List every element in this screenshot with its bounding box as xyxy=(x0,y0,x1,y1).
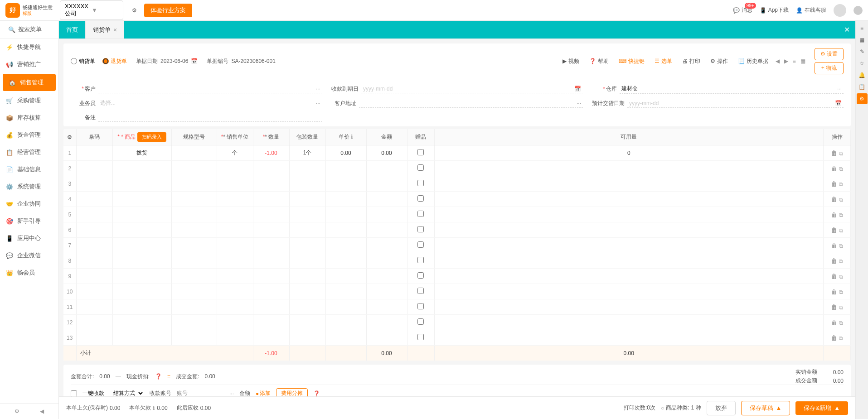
row-product[interactable] xyxy=(112,192,171,207)
sidebar-item-apps[interactable]: 📱 应用中心 xyxy=(0,230,58,247)
row-gift[interactable] xyxy=(407,284,434,299)
delete-row-btn[interactable]: 🗑 xyxy=(831,180,837,188)
delete-row-btn[interactable]: 🗑 xyxy=(831,257,837,265)
salesperson-input[interactable]: 选择... ··· xyxy=(98,98,322,108)
copy-row-btn[interactable]: ⧉ xyxy=(839,197,843,203)
print-btn[interactable]: 🖨 打印 xyxy=(679,57,703,66)
tab-close-all[interactable]: ✕ xyxy=(844,25,855,34)
row-gift[interactable] xyxy=(407,161,434,176)
row-unit[interactable]: 个 xyxy=(217,145,253,161)
sidebar-settings-btn[interactable]: ⚙ xyxy=(15,408,19,414)
sidebar-item-finance[interactable]: 💰 资金管理 xyxy=(0,126,58,144)
arrears-info-icon[interactable]: ℹ xyxy=(153,405,155,411)
row-qty[interactable] xyxy=(253,330,289,346)
delete-row-btn[interactable]: 🗑 xyxy=(831,226,837,234)
row-unit[interactable] xyxy=(217,238,253,253)
row-product[interactable] xyxy=(112,315,171,330)
expense-help-icon[interactable]: ❓ xyxy=(313,390,320,397)
row-price[interactable] xyxy=(325,222,366,238)
delete-row-btn[interactable]: 🗑 xyxy=(831,303,837,311)
select-btn[interactable]: ☰ 选单 xyxy=(652,57,675,66)
row-spec[interactable] xyxy=(171,176,217,192)
row-product[interactable] xyxy=(112,238,171,253)
row-product[interactable] xyxy=(112,222,171,238)
one-click-payment-checkbox[interactable] xyxy=(71,390,77,397)
row-unit[interactable] xyxy=(217,269,253,284)
nav-prev-icon[interactable]: ◀ xyxy=(776,58,780,64)
row-unit[interactable] xyxy=(217,315,253,330)
row-spec[interactable] xyxy=(171,145,217,161)
copy-row-btn[interactable]: ⧉ xyxy=(839,320,843,326)
right-panel-btn-6[interactable]: 📋 xyxy=(857,82,868,92)
row-pack-qty[interactable] xyxy=(289,315,325,330)
row-spec[interactable] xyxy=(171,207,217,222)
avatar[interactable] xyxy=(834,4,846,17)
due-date-input[interactable]: yyyy-mm-dd 📅 xyxy=(361,84,583,93)
row-barcode[interactable] xyxy=(76,192,112,207)
sidebar-collapse-btn[interactable]: ◀ xyxy=(40,408,44,414)
row-amount[interactable]: 0.00 xyxy=(366,145,407,161)
row-amount[interactable] xyxy=(366,161,407,176)
row-price[interactable] xyxy=(325,253,366,269)
delete-row-btn[interactable]: 🗑 xyxy=(831,319,837,326)
row-product[interactable] xyxy=(112,207,171,222)
row-unit[interactable] xyxy=(217,253,253,269)
row-barcode[interactable] xyxy=(76,299,112,315)
radio-sale[interactable]: 销货单 xyxy=(71,58,95,65)
row-amount[interactable] xyxy=(366,176,407,192)
delete-row-btn[interactable]: 🗑 xyxy=(831,334,837,342)
customer-address-input[interactable]: ··· xyxy=(359,99,583,108)
row-barcode[interactable] xyxy=(76,284,112,299)
row-product[interactable] xyxy=(112,161,171,176)
row-product[interactable]: 拨货 xyxy=(112,145,171,161)
copy-row-btn[interactable]: ⧉ xyxy=(839,166,843,172)
product-type-radio-icon[interactable]: ○ xyxy=(661,405,664,411)
app-download-action[interactable]: 📱 App下载 xyxy=(760,6,789,14)
row-product[interactable] xyxy=(112,284,171,299)
row-gift[interactable] xyxy=(407,145,434,161)
row-gift[interactable] xyxy=(407,330,434,346)
row-price[interactable] xyxy=(325,238,366,253)
row-barcode[interactable] xyxy=(76,238,112,253)
help-btn[interactable]: ❓ 帮助 xyxy=(587,57,611,66)
copy-row-btn[interactable]: ⧉ xyxy=(839,335,843,342)
row-amount[interactable] xyxy=(366,207,407,222)
company-selector[interactable]: XXXXXX公司 ▼ xyxy=(60,0,123,20)
row-gift[interactable] xyxy=(407,238,434,253)
online-service-action[interactable]: 👤 在线客服 xyxy=(796,6,826,14)
price-info-icon[interactable]: ℹ xyxy=(351,134,353,140)
row-gift[interactable] xyxy=(407,315,434,330)
row-unit[interactable] xyxy=(217,299,253,315)
sidebar-item-system[interactable]: ⚙️ 系统管理 xyxy=(0,178,58,195)
row-price[interactable] xyxy=(325,269,366,284)
sidebar-item-operations[interactable]: 📋 经营管理 xyxy=(0,144,58,161)
row-spec[interactable] xyxy=(171,253,217,269)
row-spec[interactable] xyxy=(171,269,217,284)
sidebar-item-sales[interactable]: 🏠 销售管理 xyxy=(3,74,56,91)
right-panel-btn-7[interactable]: ⚙ xyxy=(857,93,868,104)
settings-icon[interactable]: ⚙ xyxy=(128,4,141,17)
right-panel-btn-2[interactable]: ▦ xyxy=(857,34,868,45)
row-price[interactable] xyxy=(325,299,366,315)
row-amount[interactable] xyxy=(366,222,407,238)
address-dots[interactable]: ··· xyxy=(577,100,581,106)
customer-input[interactable]: ··· xyxy=(98,84,322,93)
trial-button[interactable]: 体验行业方案 xyxy=(144,4,192,17)
sidebar-item-marketing[interactable]: 📢 营销推广 xyxy=(0,56,58,73)
right-panel-btn-5[interactable]: 🔔 xyxy=(857,70,868,81)
row-barcode[interactable] xyxy=(76,315,112,330)
row-qty[interactable] xyxy=(253,284,289,299)
row-amount[interactable] xyxy=(366,253,407,269)
row-gift[interactable] xyxy=(407,207,434,222)
row-unit[interactable] xyxy=(217,330,253,346)
copy-row-btn[interactable]: ⧉ xyxy=(839,150,843,157)
row-qty[interactable] xyxy=(253,192,289,207)
message-action[interactable]: 💬 消息 99+ xyxy=(733,6,752,14)
row-amount[interactable] xyxy=(366,284,407,299)
row-unit[interactable] xyxy=(217,207,253,222)
sidebar-item-inventory[interactable]: 📦 库存核算 xyxy=(0,109,58,126)
row-price[interactable] xyxy=(325,315,366,330)
row-gift[interactable] xyxy=(407,222,434,238)
row-qty[interactable] xyxy=(253,161,289,176)
row-barcode[interactable] xyxy=(76,145,112,161)
